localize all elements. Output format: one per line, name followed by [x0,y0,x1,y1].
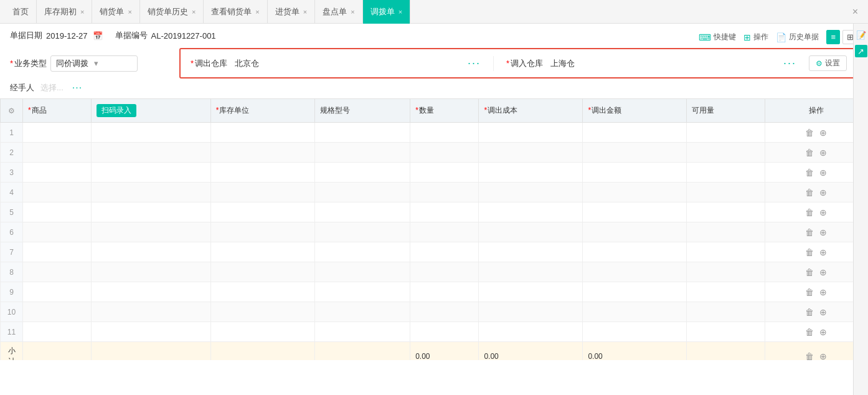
subtotal-cost: 0.00 [479,342,583,361]
cost-cell-3[interactable] [479,163,583,183]
product-cell-11[interactable] [23,322,92,342]
copy-icon-8[interactable]: ⊕ [819,267,827,277]
tab-view-sales[interactable]: 查看销货单 × [204,0,267,24]
delete-icon-1[interactable]: 🗑 [805,128,814,138]
business-type-field: *业务类型 同价调拨 ▾ [10,48,172,79]
delete-icon-6[interactable]: 🗑 [805,227,814,237]
qty-cell-1[interactable] [410,123,479,143]
delete-icon-8[interactable]: 🗑 [805,267,814,277]
history-btn[interactable]: 📄 历史单据 [776,32,819,42]
tab-close-view-sales[interactable]: × [255,8,259,16]
spec-cell-2 [314,143,410,163]
product-cell-7[interactable] [23,242,92,262]
row-num-11: 11 [1,322,23,342]
product-cell-4[interactable] [23,183,92,202]
tab-close-purchase[interactable]: × [303,8,307,16]
settings-btn[interactable]: ⚙ 设置 [809,55,847,71]
col-scan: 扫码录入 [92,99,210,123]
operation-btn[interactable]: ⊞ 操作 [743,32,768,42]
delete-icon-5[interactable]: 🗑 [805,207,814,217]
out-warehouse-more-btn[interactable]: ··· [468,57,481,70]
shortcut-btn[interactable]: ⌨ 快捷键 [699,32,736,42]
table-row: 4 🗑 ⊕ [1,183,868,202]
tab-bar-close-icon[interactable]: × [847,6,863,17]
product-cell-5[interactable] [23,202,92,222]
copy-icon-1[interactable]: ⊕ [819,128,827,138]
tab-close-sales-order[interactable]: × [128,8,131,16]
handler-value[interactable]: 选择... [40,82,64,93]
tab-close-transfer[interactable]: × [399,8,402,16]
subtotal-available [687,342,765,361]
col-available: 可用量 [687,99,765,123]
product-cell-9[interactable] [23,282,92,302]
copy-icon-6[interactable]: ⊕ [819,227,827,237]
cost-cell-1[interactable] [479,123,583,143]
row-num-1: 1 [1,123,23,143]
table-row: 1 🗑 ⊕ [1,123,868,143]
in-warehouse-field: *调入仓库 上海仓 ··· [506,57,796,70]
handler-more-btn[interactable]: ··· [72,82,82,93]
delete-icon-2[interactable]: 🗑 [805,148,814,158]
product-cell-8[interactable] [23,262,92,282]
business-type-select[interactable]: 同价调拨 ▾ [50,55,138,72]
col-action: 操作 [765,99,867,123]
side-export-btn[interactable]: ↗ [855,45,867,57]
date-field: 单据日期 2019-12-27 📅 [10,30,103,41]
calendar-icon[interactable]: 📅 [93,31,103,40]
product-cell-1[interactable] [23,123,92,143]
copy-icon-10[interactable]: ⊕ [819,307,827,317]
spec-cell-1 [314,123,410,143]
row-num-8: 8 [1,262,23,282]
delete-icon-3[interactable]: 🗑 [805,168,814,178]
tab-purchase[interactable]: 进货单 × [268,0,315,24]
handler-label: 经手人 [10,82,34,93]
product-cell-10[interactable] [23,302,92,322]
col-amount: *调出金额 [583,99,687,123]
delete-icon-10[interactable]: 🗑 [805,307,814,317]
tab-sales-history[interactable]: 销货单历史 × [140,0,204,24]
delete-icon-4[interactable]: 🗑 [805,188,814,198]
tab-close-inventory-init[interactable]: × [80,8,84,16]
tab-stocktake[interactable]: 盘点单 × [315,0,362,24]
amount-cell-1[interactable] [583,123,687,143]
copy-icon-7[interactable]: ⊕ [819,247,827,257]
product-cell-3[interactable] [23,163,92,183]
delete-icon-7[interactable]: 🗑 [805,247,814,257]
copy-icon-5[interactable]: ⊕ [819,207,827,217]
copy-icon-9[interactable]: ⊕ [819,287,827,297]
copy-icon-3[interactable]: ⊕ [819,168,827,178]
col-product: *商品 [23,99,92,123]
number-value: AL-20191227-001 [151,31,216,40]
action-cell-11: 🗑 ⊕ [765,322,867,342]
copy-icon-4[interactable]: ⊕ [819,188,827,198]
copy-icon-11[interactable]: ⊕ [819,327,827,337]
in-warehouse-more-btn[interactable]: ··· [783,57,796,70]
row-num-5: 5 [1,202,23,222]
side-panel: 📝 ↗ [853,24,868,360]
subtotal-copy-icon[interactable]: ⊕ [819,351,827,360]
qty-cell-2[interactable] [410,143,479,163]
tab-close-sales-history[interactable]: × [192,8,196,16]
product-cell-2[interactable] [23,143,92,163]
tab-inventory-init[interactable]: 库存期初 × [37,0,92,24]
side-note-btn[interactable]: 📝 [855,29,867,41]
cost-cell-2[interactable] [479,143,583,163]
subtotal-delete-icon[interactable]: 🗑 [805,351,814,360]
amount-cell-2[interactable] [583,143,687,163]
delete-icon-11[interactable]: 🗑 [805,327,814,337]
col-gear[interactable]: ⚙ [1,99,23,123]
copy-icon-2[interactable]: ⊕ [819,148,827,158]
product-cell-6[interactable] [23,222,92,242]
tab-home[interactable]: 首页 [5,0,37,24]
tab-close-stocktake[interactable]: × [351,8,354,16]
list-view-btn[interactable]: ≡ [826,30,840,44]
handler-field: 经手人 选择... ··· [10,82,858,93]
subtotal-row: 小计 0.00 0.00 0.00 🗑 ⊕ [1,342,868,361]
delete-icon-9[interactable]: 🗑 [805,287,814,297]
tab-transfer[interactable]: 调拨单 × [363,0,410,24]
amount-cell-3[interactable] [583,163,687,183]
tab-sales-order[interactable]: 销货单 × [92,0,139,24]
qty-cell-3[interactable] [410,163,479,183]
scan-input-btn[interactable]: 扫码录入 [97,104,136,117]
subtotal-unit [210,342,314,361]
